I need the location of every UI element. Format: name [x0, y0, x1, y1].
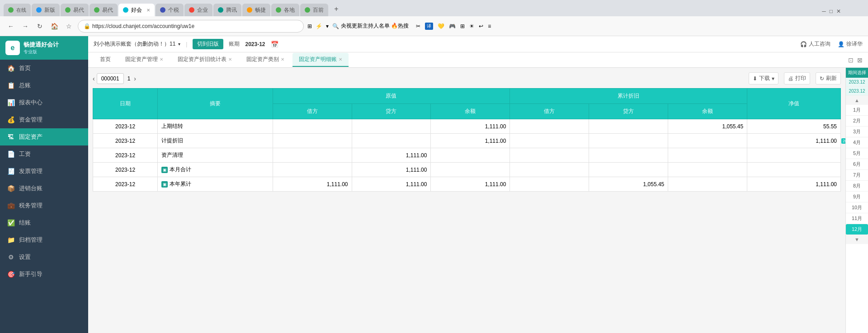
- period-month-4[interactable]: 4月: [846, 137, 868, 148]
- tab-qiye[interactable]: 企业: [184, 4, 212, 16]
- sidebar-item-tutorial[interactable]: 🎯 新手引导: [0, 266, 88, 283]
- ledger-icon: 📋: [7, 82, 14, 89]
- month-total-icon: ▣: [161, 167, 168, 173]
- tab-geishui[interactable]: 个税: [156, 4, 184, 16]
- period-month-6[interactable]: 6月: [846, 159, 868, 170]
- period-month-3[interactable]: 3月: [846, 127, 868, 137]
- tab-baiqian[interactable]: 百前: [300, 4, 328, 16]
- game-icon[interactable]: 🎮: [449, 23, 456, 29]
- period-month-2[interactable]: 2月: [846, 116, 868, 127]
- sidebar-item-archive[interactable]: 📁 归档管理: [0, 231, 88, 249]
- prev-page-btn[interactable]: ‹: [93, 75, 95, 82]
- tab-asset-detail-ledger[interactable]: 固定资产明细账 ✕: [292, 53, 349, 67]
- expand-icon[interactable]: ⊠: [857, 56, 863, 64]
- sidebar-item-tax[interactable]: 💼 税务管理: [0, 197, 88, 214]
- tab-yidai1[interactable]: 易代: [61, 4, 89, 16]
- period-panel: 期间选择 2023.12 2023.12 ▲ 1月 2月 3月 4月 5月 6月…: [845, 68, 868, 333]
- undo-icon[interactable]: ↩: [479, 23, 483, 29]
- period-month-9[interactable]: 9月: [846, 192, 868, 202]
- next-page-btn[interactable]: ›: [134, 75, 136, 82]
- nav-row: ‹ 1 › ⬇ 下载 ▾ 🖨: [93, 72, 841, 84]
- sidebar-item-purchase-sales[interactable]: 📦 进销台账: [0, 180, 88, 197]
- page-input[interactable]: [97, 73, 124, 84]
- home-btn[interactable]: 🏠: [49, 21, 60, 32]
- wallet-icon[interactable]: 💛: [438, 23, 444, 29]
- tab-close-fixed-asset-mgmt[interactable]: ✕: [160, 57, 163, 62]
- sidebar-item-general-ledger[interactable]: 📋 总账: [0, 77, 88, 94]
- bookmark-btn[interactable]: ☆: [63, 21, 74, 32]
- tab-close-asset-detail-ledger[interactable]: ✕: [339, 57, 342, 62]
- tab-depreciation-stats[interactable]: 固定资产折旧统计表 ✕: [171, 53, 238, 67]
- page-num: 1: [127, 75, 131, 82]
- tab-haohui[interactable]: 好会 ✕: [118, 4, 155, 16]
- period-month-11[interactable]: 11月: [846, 213, 868, 224]
- tab-tengxun[interactable]: 腾讯: [213, 4, 241, 16]
- tab-home[interactable]: 首页: [94, 53, 117, 67]
- sidebar-logo: e: [5, 41, 20, 55]
- tab-gedi[interactable]: 各地: [271, 4, 299, 16]
- tab-zaixian[interactable]: 在线: [4, 4, 31, 16]
- menu-icon[interactable]: ≡: [488, 23, 491, 29]
- switch-version-btn[interactable]: 切到旧版: [193, 39, 223, 49]
- settings-icon[interactable]: ☀: [469, 23, 474, 29]
- col-orig-credit: 贷方: [352, 104, 431, 119]
- purchase-icon: 📦: [7, 185, 14, 192]
- customer-service-btn[interactable]: 🎧 人工咨询: [800, 40, 830, 48]
- tab-yidai2[interactable]: 易代: [90, 4, 118, 16]
- forward-btn[interactable]: →: [20, 21, 31, 32]
- sidebar-item-report-center[interactable]: 📊 报表中心: [0, 94, 88, 111]
- shrink-icon[interactable]: ⊡: [848, 56, 854, 64]
- new-tab-btn[interactable]: +: [331, 4, 342, 14]
- browser-tab-bar: 在线 新版 易代 易代 好会 ✕ 个税 企业 腾讯 畅捷 各地 百前 +: [0, 0, 868, 16]
- col-date: 日期: [93, 89, 158, 119]
- address-bar[interactable]: 🔒 https://cloud.chanjet.com/accounting/u…: [78, 20, 304, 33]
- print-btn[interactable]: 🖨 打印: [784, 72, 810, 84]
- period-month-1[interactable]: 1月: [846, 105, 868, 116]
- download-btn[interactable]: ⬇ 下载 ▾: [749, 72, 778, 84]
- sidebar-item-home[interactable]: 🏠 首页: [0, 60, 88, 77]
- down-btn[interactable]: ▼: [846, 235, 868, 244]
- extensions-area: ⊞ ⚡ ▾: [307, 23, 329, 29]
- period-year1[interactable]: 2023.12: [846, 78, 868, 87]
- period-month-5[interactable]: 5月: [846, 148, 868, 159]
- tab-close-asset-category[interactable]: ✕: [281, 57, 284, 62]
- tab-xinban[interactable]: 新版: [32, 4, 60, 16]
- period-month-7[interactable]: 7月: [846, 170, 868, 181]
- grid-icon[interactable]: ⊞: [307, 23, 312, 29]
- sidebar-item-fund-management[interactable]: 💰 资金管理: [0, 111, 88, 128]
- sidebar-item-fixed-assets[interactable]: 🏗 固定资产: [0, 128, 88, 145]
- back-btn[interactable]: ←: [5, 21, 16, 32]
- lightning-icon[interactable]: ⚡: [316, 23, 322, 29]
- scissors-icon[interactable]: ✂: [416, 23, 420, 29]
- tutorial-icon: 🎯: [7, 271, 14, 278]
- company-selector[interactable]: 刘小艳演示账套（勿删勿动！）11 ▾: [94, 40, 180, 48]
- maximize-btn[interactable]: □: [830, 8, 833, 14]
- translate-icon[interactable]: 译: [425, 23, 433, 30]
- apps-icon[interactable]: ⊞: [460, 23, 465, 29]
- sidebar-item-settings[interactable]: ⚙ 设置: [0, 249, 88, 266]
- report-icon: 📊: [7, 99, 14, 106]
- period-year2[interactable]: 2023.12: [846, 87, 868, 96]
- sidebar-item-payroll[interactable]: 📄 工资: [0, 145, 88, 163]
- period-month-12[interactable]: 12月: [846, 224, 868, 235]
- close-btn[interactable]: ✕: [836, 8, 841, 14]
- col-original-value: 原值: [273, 89, 510, 104]
- tab-fixed-asset-mgmt[interactable]: 固定资产管理 ✕: [119, 53, 170, 67]
- user-profile[interactable]: 👤 徐译华: [838, 40, 863, 48]
- tab-asset-category[interactable]: 固定资产类别 ✕: [240, 53, 291, 67]
- minimize-btn[interactable]: ─: [822, 8, 826, 14]
- tab-changjie[interactable]: 畅捷: [242, 4, 270, 16]
- browser-controls: ← → ↻ 🏠 ☆ 🔒 https://cloud.chanjet.com/ac…: [0, 16, 868, 36]
- sidebar-item-invoice[interactable]: 🧾 发票管理: [0, 163, 88, 180]
- tab-close-depreciation-stats[interactable]: ✕: [228, 57, 232, 62]
- refresh-btn[interactable]: ↻ 刷新: [816, 72, 841, 84]
- sidebar-item-closing[interactable]: ✅ 结账: [0, 214, 88, 231]
- up-btn[interactable]: ▲: [846, 96, 868, 105]
- reload-btn[interactable]: ↻: [34, 21, 45, 32]
- period-month-8[interactable]: 8月: [846, 181, 868, 192]
- tab-close-haohui[interactable]: ✕: [146, 8, 150, 13]
- maximize-icons: ⊡ ⊠: [848, 56, 863, 64]
- dropdown-icon[interactable]: ▾: [326, 23, 329, 29]
- period-month-10[interactable]: 10月: [846, 202, 868, 213]
- calendar-icon[interactable]: 📅: [271, 41, 278, 48]
